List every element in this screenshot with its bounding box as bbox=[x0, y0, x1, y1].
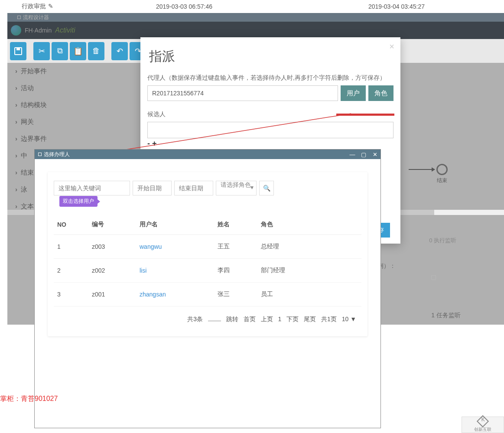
total-count: 共3条 bbox=[187, 316, 203, 322]
assign-title: 指派 bbox=[140, 37, 400, 74]
cell-username[interactable]: wangwu bbox=[136, 235, 214, 259]
edit-icon[interactable]: ✎ bbox=[48, 3, 53, 10]
first-page[interactable]: 首页 bbox=[244, 316, 256, 322]
cell-code: z002 bbox=[88, 259, 136, 283]
minimize-icon[interactable]: — bbox=[347, 150, 358, 159]
sidebar-item-struct[interactable]: 结构模块 bbox=[7, 97, 111, 114]
flow-arrow bbox=[409, 169, 435, 170]
last-page[interactable]: 尾页 bbox=[304, 316, 316, 322]
prev-page[interactable]: 上页 bbox=[261, 316, 273, 322]
date-created: 2019-03-03 06:57:46 bbox=[156, 3, 368, 10]
col-username: 用户名 bbox=[136, 215, 214, 235]
jump-button[interactable]: 跳转 bbox=[226, 316, 238, 322]
svg-rect-1 bbox=[16, 48, 20, 50]
plus-minus-controls[interactable]: - + bbox=[147, 139, 393, 148]
dblclick-tip: 双击选择用户 bbox=[59, 196, 98, 207]
agent-input[interactable] bbox=[147, 85, 338, 101]
flow-end-node[interactable]: 结束 bbox=[436, 164, 448, 184]
cut-button[interactable]: ✂ bbox=[33, 42, 50, 60]
table-header-row: NO 编号 用户名 姓名 角色 bbox=[54, 215, 361, 235]
close-icon[interactable]: × bbox=[389, 42, 394, 52]
undo-button[interactable]: ↶ bbox=[111, 42, 128, 60]
cell-code: z003 bbox=[88, 235, 136, 259]
table-row[interactable]: 3z001zhangsan张三员工 bbox=[54, 283, 361, 306]
candidate-input[interactable] bbox=[147, 122, 393, 138]
table-row[interactable]: 1z003wangwu王五总经理 bbox=[54, 235, 361, 259]
cell-name: 王五 bbox=[214, 235, 257, 259]
cell-no: 1 bbox=[54, 235, 88, 259]
current-page: 1 bbox=[278, 316, 282, 322]
maximize-icon[interactable]: ▢ bbox=[358, 150, 369, 159]
select-dialog-title: 选择办理人 bbox=[44, 151, 70, 158]
date-modified: 2019-03-04 03:45:27 bbox=[368, 3, 504, 10]
sidebar-item-activity[interactable]: 活动 bbox=[7, 80, 111, 97]
close-dialog-icon[interactable]: ✕ bbox=[369, 150, 380, 159]
total-pages: 共1页 bbox=[321, 316, 337, 322]
cell-name: 李四 bbox=[214, 259, 257, 283]
cell-username[interactable]: zhangsan bbox=[136, 283, 214, 306]
role-button[interactable]: 角色 bbox=[368, 85, 393, 101]
end-date-input[interactable] bbox=[174, 181, 213, 195]
page-size[interactable]: 10 ▼ bbox=[342, 316, 356, 322]
cell-no: 3 bbox=[54, 283, 88, 306]
approval-label: 行政审批 bbox=[22, 3, 46, 10]
agent-label: 代理人（数据保存通过键盘输入事件，若选择待办人时,再多打个字符后删除，方可保存） bbox=[147, 74, 393, 82]
highlight-bar bbox=[336, 114, 394, 116]
select-dialog-header: 选择办理人 — ▢ ✕ bbox=[35, 150, 380, 159]
cell-username[interactable]: lisi bbox=[136, 259, 214, 283]
keyword-input[interactable] bbox=[54, 181, 130, 195]
brand-logo-icon bbox=[477, 415, 489, 427]
end-circle-icon bbox=[436, 164, 448, 175]
brand-badge[interactable]: 创新互联 bbox=[462, 417, 504, 433]
sidebar-item-start-event[interactable]: 开始事件 bbox=[7, 63, 111, 80]
dialog-icon bbox=[38, 153, 42, 156]
task-listener-count: 1 任务监听 bbox=[431, 312, 461, 319]
table-row[interactable]: 2z002lisi李四部门经理 bbox=[54, 259, 361, 283]
col-role: 角色 bbox=[257, 215, 361, 235]
user-table: NO 编号 用户名 姓名 角色 1z003wangwu王五总经理2z002lis… bbox=[54, 215, 361, 306]
end-label: 结束 bbox=[436, 177, 448, 184]
start-date-input[interactable] bbox=[133, 181, 172, 195]
exec-listener-count: 0 执行监听 bbox=[429, 237, 456, 244]
pagination: 共3条 跳转 首页 上页 1 下页 尾页 共1页 10 ▼ bbox=[54, 314, 361, 323]
cell-role: 总经理 bbox=[257, 235, 361, 259]
cell-name: 张三 bbox=[214, 283, 257, 306]
jump-input[interactable] bbox=[208, 314, 221, 321]
search-button[interactable]: 🔍 bbox=[259, 181, 274, 195]
cell-code: z001 bbox=[88, 283, 136, 306]
delete-button[interactable]: 🗑 bbox=[88, 42, 104, 60]
col-code: 编号 bbox=[88, 215, 136, 235]
next-page[interactable]: 下页 bbox=[286, 316, 299, 322]
sidebar-item-boundary[interactable]: 边界事件 bbox=[7, 130, 111, 147]
col-no: NO bbox=[54, 215, 88, 235]
top-info-row: 行政审批✎ 2019-03-03 06:57:46 2019-03-04 03:… bbox=[0, 0, 504, 13]
user-button[interactable]: 用户 bbox=[341, 85, 366, 101]
save-button[interactable] bbox=[10, 42, 26, 60]
sequence-icon: ▢ bbox=[431, 273, 436, 280]
cell-no: 2 bbox=[54, 259, 88, 283]
cell-role: 部门经理 bbox=[257, 259, 361, 283]
copy-button[interactable]: ⧉ bbox=[52, 42, 68, 60]
watermark-text: 掌柜：青苔901027 bbox=[0, 394, 58, 404]
select-user-dialog: 选择办理人 — ▢ ✕ 请选择角色 🔍 双击选择用户 NO 编号 用户名 bbox=[34, 149, 381, 428]
col-name: 姓名 bbox=[214, 215, 257, 235]
cell-role: 员工 bbox=[257, 283, 361, 306]
role-select[interactable]: 请选择角色 bbox=[216, 181, 257, 195]
sidebar-item-gateway[interactable]: 网关 bbox=[7, 114, 111, 130]
paste-button[interactable]: 📋 bbox=[70, 42, 86, 60]
